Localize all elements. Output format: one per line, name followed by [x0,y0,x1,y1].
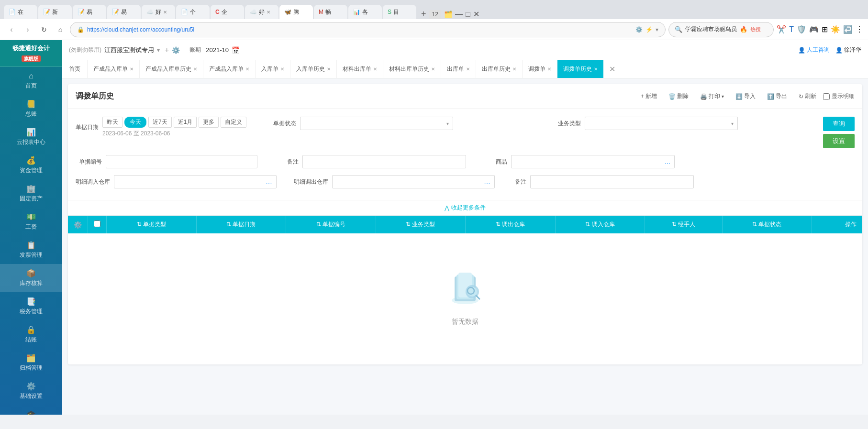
date-btn-custom[interactable]: 自定义 [221,117,246,128]
collapse-bar[interactable]: ⋀ 收起更多条件 [68,200,862,216]
tab-product-in-2[interactable]: 产成品入库单 ✕ [203,60,256,78]
delete-btn[interactable]: 🗑️ 删除 [664,90,693,103]
tab-close-icon[interactable]: ✕ [547,66,551,72]
browser-tab[interactable]: 📝新 [38,5,72,19]
add-company-btn[interactable]: + [165,46,169,55]
address-bar[interactable]: 🔒 https://cloud.chanjet.com/accounting/u… [70,22,666,37]
date-btn-today[interactable]: 今天 [124,117,146,128]
col-in-warehouse[interactable]: ⇅ 调入仓库 [555,216,645,233]
table-settings-icon[interactable]: ⚙️ [74,221,82,229]
tab-close-icon[interactable]: ✕ [245,66,249,72]
browser-minimize[interactable]: 🗂️ [444,11,452,18]
tab-in-history[interactable]: 入库单历史 ✕ [290,60,337,78]
sidebar-item-assets[interactable]: 🏢 固定资产 [0,179,62,208]
tab-close-icon[interactable]: ✕ [512,66,516,72]
goods-input-wrapper[interactable]: ... [511,155,675,168]
settings-col-header[interactable]: ⚙️ [68,216,88,233]
sidebar-item-invoice[interactable]: 📋 发票管理 [0,236,62,264]
sidebar-item-reports[interactable]: 📊 云报表中心 [0,123,62,151]
tab-material-out[interactable]: 材料出库单 ✕ [337,60,383,78]
browser-tab[interactable]: S目 [383,5,416,19]
select-all-checkbox[interactable] [94,220,100,227]
browser-tab[interactable]: 📄个 [176,5,210,19]
tab-transfer-history[interactable]: 调拨单历史 ✕ [557,60,603,78]
biz-type-select[interactable]: ▾ [585,117,738,130]
checkbox-col-header[interactable] [88,216,107,233]
sidebar-item-guide[interactable]: 🎓 新手引导 [0,405,62,415]
tab-transfer[interactable]: 调拨单 ✕ [523,60,557,78]
tab-close-icon[interactable]: ✕ [594,66,598,72]
browser-maximize-btn[interactable]: □ [466,10,470,19]
sidebar-item-ledger[interactable]: 📒 总账 [0,95,62,123]
tab-product-in-history[interactable]: 产成品入库单历史 ✕ [140,60,203,78]
sidebar-item-payroll[interactable]: 💵 工资 [0,208,62,236]
tab-material-out-history[interactable]: 材料出库单历史 ✕ [383,60,441,78]
browser-close-btn[interactable]: ✕ [473,10,479,19]
tab-out[interactable]: 出库单 ✕ [441,60,476,78]
calendar-icon[interactable]: 📅 [232,46,240,54]
company-dropdown-icon[interactable]: ▾ [157,47,160,54]
tab-close-icon[interactable]: ✕ [327,66,331,72]
refresh-button[interactable]: ↻ [37,23,51,36]
date-btn-yesterday[interactable]: 昨天 [102,117,122,128]
translate-icon[interactable]: T [789,25,794,34]
browser-tab[interactable]: 📊各 [348,5,382,19]
company-settings-icon[interactable]: ⚙️ [172,46,180,54]
tab-in[interactable]: 入库单 ✕ [256,60,290,78]
detail-out-input-wrapper[interactable]: … [332,175,495,188]
new-btn[interactable]: + 新增 [636,90,662,103]
goods-dots-icon[interactable]: ... [665,158,670,165]
forward-button[interactable]: › [21,23,34,36]
col-biz-type[interactable]: ⇅ 业务类型 [376,216,466,233]
col-doc-status[interactable]: ⇅ 单据状态 [722,216,812,233]
tab-close-icon[interactable]: ✕ [431,66,435,72]
refresh-page-btn[interactable]: ↻ 刷新 [794,90,821,103]
gamepad-icon[interactable]: 🎮 [809,25,819,34]
detail-out-dots-icon[interactable]: … [484,178,490,186]
date-btn-more[interactable]: 更多 [199,117,219,128]
detail-in-dots-icon[interactable]: … [266,178,272,186]
doc-no-input[interactable] [106,155,257,168]
tab-close-icon[interactable]: ✕ [373,66,377,72]
tab-product-in[interactable]: 产成品入库单 ✕ [88,60,140,78]
col-out-warehouse[interactable]: ⇅ 调出仓库 [466,216,556,233]
user-name[interactable]: 👤 徐泽华 [835,46,861,54]
tab-close-icon[interactable]: ✕ [267,10,270,15]
shield-icon[interactable]: 🛡️ [797,25,806,34]
browser-tab[interactable]: 🦋腾 [279,5,313,19]
browser-chevron-icon[interactable]: ▾ [656,26,658,33]
tab-close-icon[interactable]: ✕ [466,66,470,72]
browser-tab[interactable]: C企 [211,5,244,19]
date-btn-1month[interactable]: 近1月 [174,117,197,128]
sidebar-item-closing[interactable]: 🔒 结账 [0,320,62,349]
sidebar-item-capital[interactable]: 💰 资金管理 [0,151,62,179]
new-tab-button[interactable]: + [421,9,426,19]
show-detail-checkbox[interactable] [823,93,830,100]
home-button[interactable]: ⌂ [54,23,67,36]
tab-close-icon[interactable]: ✕ [163,10,167,15]
col-doc-date[interactable]: ⇅ 单据日期 [196,216,286,233]
close-all-tab-btn[interactable]: ✕ [605,65,619,74]
import-btn[interactable]: ⬇️ 导入 [731,90,760,103]
detail-in-input-wrapper[interactable]: … [114,175,277,188]
sidebar-item-home[interactable]: ⌂ 首页 [0,67,62,95]
browser-settings-icon[interactable]: ⋮ [856,25,863,34]
browser-tab[interactable]: 📝易 [107,5,141,19]
browser-tab[interactable]: M畅 [314,5,347,19]
tab-close-icon[interactable]: ✕ [193,66,197,72]
undo-icon[interactable]: ↩️ [843,25,853,34]
query-button[interactable]: 查询 [823,117,855,131]
sidebar-item-tax[interactable]: 📑 税务管理 [0,292,62,320]
grid-icon[interactable]: ⊞ [822,25,828,34]
show-detail-toggle[interactable]: 显示明细 [823,92,855,100]
sidebar-item-settings[interactable]: ⚙️ 基础设置 [0,377,62,405]
tab-home[interactable]: 首页 [62,60,88,78]
date-btn-7days[interactable]: 近7天 [148,117,172,128]
print-btn[interactable]: 🖨️ 打印 ▾ [695,90,729,103]
sidebar-item-archive[interactable]: 🗂️ 归档管理 [0,349,62,377]
filter-settings-button[interactable]: 设置 [823,134,855,148]
col-doc-no[interactable]: ⇅ 单据编号 [286,216,376,233]
col-doc-type[interactable]: ⇅ 单据类型 [107,216,197,233]
browser-tab[interactable]: 📄在 [4,5,37,19]
sidebar-item-inventory[interactable]: 📦 库存核算 [0,264,62,292]
